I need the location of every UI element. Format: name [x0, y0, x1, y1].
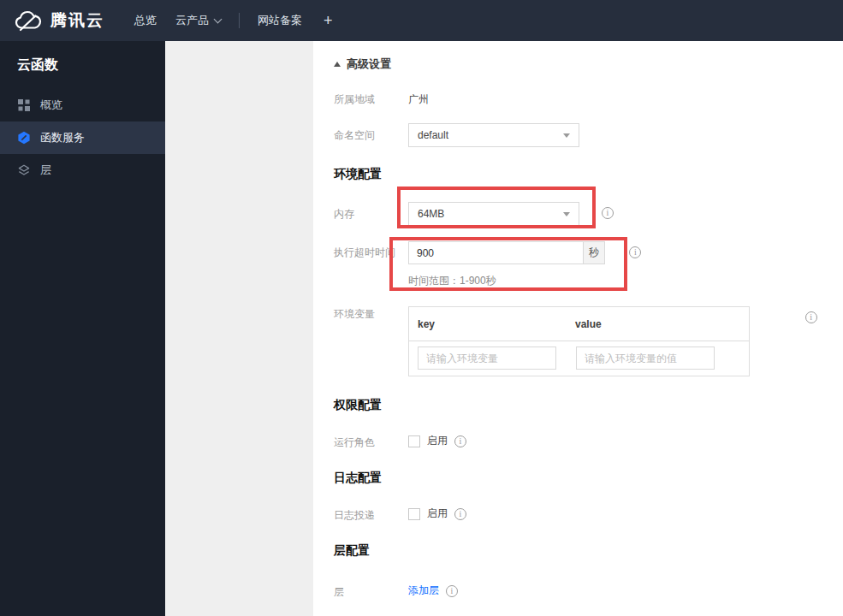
timeout-input[interactable] — [408, 241, 584, 264]
section-env-config: 环境配置 — [334, 167, 382, 182]
layer-label: 层 — [334, 586, 344, 599]
log-delivery-info-icon[interactable] — [454, 508, 466, 520]
env-vars-info-icon[interactable] — [805, 311, 817, 323]
timeout-info-icon[interactable] — [629, 246, 641, 258]
nav-item-overview[interactable]: 总览 — [125, 0, 166, 41]
run-role-info-icon[interactable] — [454, 435, 466, 447]
caret-down-icon — [563, 212, 570, 216]
sidebar-item-overview[interactable]: 概览 — [0, 89, 165, 121]
namespace-selected-value: default — [418, 129, 448, 141]
env-key-input[interactable] — [418, 346, 556, 370]
layers-icon — [17, 163, 31, 177]
env-vars-input-row — [409, 341, 749, 376]
sidebar-menu: 概览 函数服务 层 — [0, 89, 165, 187]
env-value-header: value — [575, 318, 602, 330]
sidebar-item-label: 函数服务 — [40, 130, 85, 145]
section-perm-config: 权限配置 — [334, 398, 382, 413]
region-value: 广州 — [408, 93, 429, 106]
nav-item-cloud-products[interactable]: 云产品 — [166, 0, 230, 41]
add-nav-tab-button[interactable]: + — [312, 0, 345, 41]
env-vars-label: 环境变量 — [334, 308, 375, 321]
function-icon — [17, 131, 31, 145]
sidebar-item-label: 层 — [40, 163, 51, 178]
caret-down-icon — [563, 133, 570, 138]
namespace-label: 命名空间 — [334, 129, 375, 142]
advanced-settings-toggle[interactable]: 高级设置 — [334, 56, 391, 72]
grid-icon — [17, 98, 31, 112]
env-key-header: key — [409, 318, 575, 330]
add-layer-info-icon[interactable] — [446, 585, 458, 597]
timeout-unit: 秒 — [584, 241, 605, 264]
run-role-checkbox[interactable] — [408, 435, 420, 447]
function-config-form: 高级设置 所属地域 广州 命名空间 default 环境配置 内存 64MB 执… — [313, 41, 843, 616]
sidebar-item-label: 概览 — [40, 98, 62, 113]
nav-divider — [239, 13, 240, 28]
region-label: 所属地域 — [334, 93, 375, 106]
brand-logo[interactable]: 腾讯云 — [14, 9, 104, 33]
memory-label: 内存 — [334, 208, 354, 221]
env-vars-header-row: key value — [409, 307, 749, 341]
log-delivery-enable-label[interactable]: 启用 — [427, 506, 448, 521]
sidebar: 云函数 概览 函数服务 — [0, 41, 165, 616]
cloud-logo-icon — [14, 9, 43, 33]
nav-item-icp-filing[interactable]: 网站备案 — [248, 0, 312, 41]
list-panel-collapsed — [165, 41, 313, 616]
brand-text: 腾讯云 — [50, 9, 104, 32]
top-navbar: 腾讯云 总览 云产品 网站备案 + — [0, 0, 843, 41]
log-delivery-label: 日志投递 — [334, 509, 375, 522]
sidebar-item-function-service[interactable]: 函数服务 — [0, 121, 165, 154]
memory-info-icon[interactable] — [602, 207, 614, 219]
memory-selected-value: 64MB — [418, 208, 444, 220]
namespace-select[interactable]: default — [408, 123, 579, 147]
nav-items: 总览 云产品 网站备案 + — [125, 0, 345, 41]
env-vars-table: key value — [408, 306, 750, 376]
chevron-down-icon — [214, 15, 223, 23]
memory-select[interactable]: 64MB — [408, 202, 579, 226]
run-role-label: 运行角色 — [334, 436, 375, 449]
run-role-enable-label[interactable]: 启用 — [427, 434, 448, 448]
sidebar-title: 云函数 — [0, 41, 165, 77]
timeout-hint: 时间范围：1-900秒 — [408, 274, 496, 288]
section-layer-config: 层配置 — [334, 543, 370, 559]
add-layer-link[interactable]: 添加层 — [408, 583, 439, 598]
tencent-cloud-console: 腾讯云 总览 云产品 网站备案 + 云函数 — [0, 0, 843, 616]
triangle-up-icon — [334, 62, 341, 67]
log-delivery-checkbox[interactable] — [408, 508, 420, 520]
section-log-config: 日志配置 — [334, 471, 382, 486]
env-value-input[interactable] — [576, 346, 715, 370]
timeout-label: 执行超时时间 — [334, 246, 395, 259]
sidebar-item-layers[interactable]: 层 — [0, 154, 165, 187]
